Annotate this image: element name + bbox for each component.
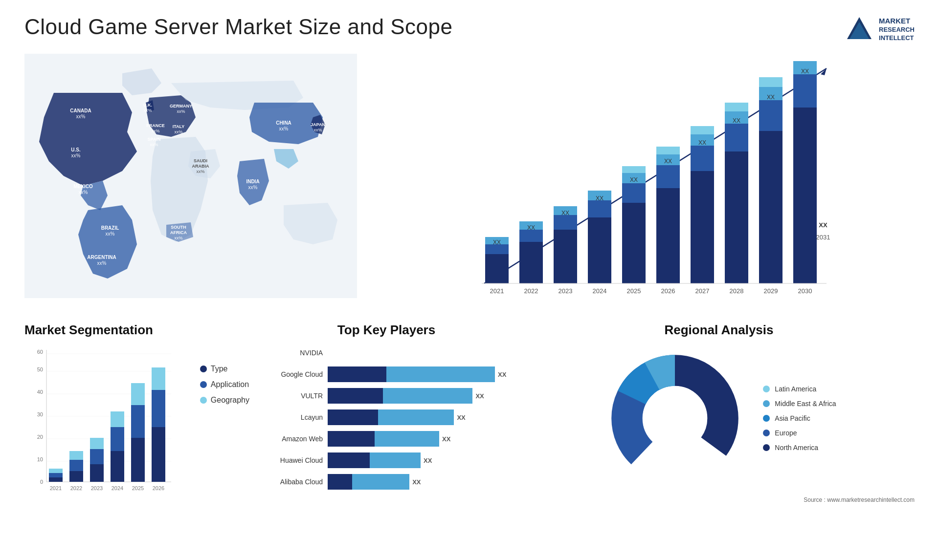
player-row-amazon: Amazon Web XX	[259, 431, 514, 447]
map-label-uk: U.K.	[143, 103, 152, 108]
svg-rect-109	[111, 451, 124, 482]
svg-text:2024: 2024	[593, 287, 607, 295]
reg-legend-latin: Latin America	[763, 385, 836, 393]
svg-rect-115	[152, 427, 165, 482]
player-bar-wrap-alibaba: XX	[328, 474, 514, 490]
svg-text:2022: 2022	[524, 287, 538, 295]
map-label-india: INDIA	[246, 179, 259, 184]
map-label-italy: ITALY	[173, 124, 185, 129]
svg-text:XX: XX	[527, 224, 535, 231]
svg-text:2025: 2025	[627, 287, 641, 295]
player-row-alibaba: Alibaba Cloud XX	[259, 474, 514, 490]
players-title: Top Key Players	[259, 323, 514, 338]
growth-chart-container: XX XX XX XX	[377, 54, 915, 308]
svg-text:xx%: xx%	[79, 190, 88, 195]
map-label-spain: SPAIN	[148, 137, 161, 142]
svg-text:xx%: xx%	[143, 108, 152, 113]
reg-legend-na: North America	[763, 444, 836, 452]
svg-text:0: 0	[40, 479, 43, 485]
svg-rect-64	[793, 74, 817, 108]
seg-svg-area: 0 10 20 30 40 50 60	[24, 345, 190, 513]
legend-label-application: Application	[211, 380, 249, 389]
svg-text:2027: 2027	[695, 287, 710, 295]
map-label-argentina: ARGENTINA	[87, 255, 116, 260]
legend-application: Application	[200, 380, 249, 389]
svg-text:ARABIA: ARABIA	[192, 164, 209, 169]
reg-label-europe: Europe	[775, 429, 797, 437]
svg-rect-54	[725, 124, 748, 151]
svg-rect-43	[656, 188, 680, 283]
svg-text:xx%: xx%	[174, 236, 182, 240]
svg-rect-53	[725, 151, 748, 283]
svg-text:50: 50	[37, 366, 43, 372]
svg-text:XX: XX	[698, 139, 706, 146]
svg-text:AFRICA: AFRICA	[170, 230, 187, 235]
map-label-us: U.S.	[71, 147, 81, 152]
svg-text:xx%: xx%	[150, 142, 158, 147]
svg-text:xx%: xx%	[174, 129, 182, 134]
svg-text:xx%: xx%	[177, 109, 185, 114]
player-row-nvidia: NVIDIA	[259, 345, 514, 361]
svg-rect-106	[90, 464, 104, 482]
reg-dot-mea	[763, 400, 770, 407]
svg-rect-61	[759, 77, 782, 87]
players-area: Top Key Players NVIDIA Google Cloud XX	[259, 323, 514, 547]
map-label-saudi: SAUDI	[194, 158, 207, 163]
player-name-alibaba: Alibaba Cloud	[259, 478, 323, 486]
map-label-japan: JAPAN	[311, 122, 325, 127]
growth-bar-chart: XX XX XX XX	[377, 54, 915, 308]
svg-text:2023: 2023	[559, 287, 573, 295]
reg-label-na: North America	[775, 444, 818, 452]
map-label-south-africa: SOUTH	[171, 225, 186, 230]
svg-rect-41	[622, 166, 646, 173]
segmentation-legend: Type Application Geography	[200, 345, 249, 405]
svg-rect-44	[656, 165, 680, 188]
svg-text:xx%: xx%	[106, 231, 115, 237]
player-name-amazon: Amazon Web	[259, 435, 323, 443]
svg-text:xx%: xx%	[76, 114, 86, 119]
svg-text:XX: XX	[596, 195, 604, 202]
header: Cloud Game Server Market Size and Scope …	[24, 15, 915, 44]
svg-rect-30	[554, 230, 577, 283]
svg-text:10: 10	[37, 456, 43, 462]
legend-geography: Geography	[200, 396, 249, 405]
map-container: CANADA xx% U.S. xx% MEXICO xx% BRAZIL xx…	[24, 54, 357, 308]
regional-title: Regional Analysis	[523, 323, 915, 338]
svg-text:2026: 2026	[661, 287, 675, 295]
player-name-nvidia: NVIDIA	[259, 349, 323, 357]
svg-text:XX: XX	[767, 94, 775, 101]
player-bar-wrap-huawei: XX	[328, 452, 514, 468]
svg-rect-22	[485, 254, 509, 283]
svg-rect-58	[759, 131, 782, 283]
regional-area: Regional Analysis	[523, 323, 915, 547]
svg-rect-35	[588, 200, 611, 217]
player-row-huawei: Huawei Cloud XX	[259, 452, 514, 468]
donut-chart	[602, 345, 748, 492]
svg-point-127	[643, 386, 708, 451]
reg-dot-latin	[763, 386, 770, 392]
svg-rect-63	[793, 108, 817, 283]
map-label-china: CHINA	[276, 120, 291, 126]
player-row-lcayun: Lcayun XX	[259, 409, 514, 425]
page-title: Cloud Game Server Market Size and Scope	[24, 15, 452, 39]
svg-text:2026: 2026	[153, 485, 164, 491]
svg-rect-38	[622, 203, 646, 283]
legend-dot-type	[200, 366, 207, 372]
svg-text:xx%: xx%	[151, 129, 159, 133]
svg-rect-34	[588, 217, 611, 283]
logo-area: MARKET RESEARCH INTELLECT	[845, 15, 915, 44]
logo-icon	[845, 15, 874, 44]
player-name-google: Google Cloud	[259, 370, 323, 378]
segmentation-title: Market Segmentation	[24, 323, 249, 338]
map-label-canada: CANADA	[70, 108, 91, 113]
top-section: CANADA xx% U.S. xx% MEXICO xx% BRAZIL xx…	[24, 54, 915, 308]
svg-rect-103	[69, 471, 83, 482]
reg-legend-europe: Europe	[763, 429, 836, 437]
svg-text:xx%: xx%	[196, 169, 204, 174]
svg-text:XX: XX	[801, 68, 809, 75]
segmentation-chart: 0 10 20 30 40 50 60	[24, 345, 181, 511]
svg-text:XX: XX	[493, 239, 501, 246]
reg-label-latin: Latin America	[775, 385, 816, 393]
player-bar-wrap-amazon: XX	[328, 431, 514, 447]
svg-rect-27	[519, 230, 543, 242]
